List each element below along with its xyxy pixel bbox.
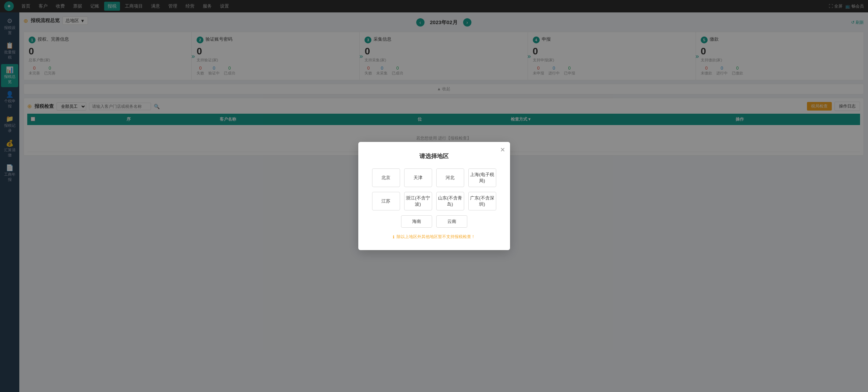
modal-title: 请选择地区 bbox=[372, 152, 496, 160]
region-select-modal: ✕ 请选择地区 北京 天津 河北 上海(电子税局) 江苏 浙江(不含宁波) 山东… bbox=[358, 142, 510, 250]
region-btn-beijing[interactable]: 北京 bbox=[372, 168, 400, 187]
modal-overlay[interactable]: ✕ 请选择地区 北京 天津 河北 上海(电子税局) 江苏 浙江(不含宁波) 山东… bbox=[0, 0, 868, 392]
region-row-1: 北京 天津 河北 上海(电子税局) bbox=[372, 168, 496, 187]
warning-icon: ℹ bbox=[393, 235, 395, 239]
region-btn-zhejiang[interactable]: 浙江(不含宁波) bbox=[404, 192, 432, 210]
region-btn-guangdong[interactable]: 广东(不含深圳) bbox=[468, 192, 496, 210]
region-btn-shandong[interactable]: 山东(不含青岛) bbox=[436, 192, 464, 210]
region-btn-tianjin[interactable]: 天津 bbox=[404, 168, 432, 187]
modal-warning: ℹ 除以上地区外其他地区暂不支持报税检查！ bbox=[372, 234, 496, 240]
region-btn-jiangsu[interactable]: 江苏 bbox=[372, 192, 400, 210]
region-btn-shanghai[interactable]: 上海(电子税局) bbox=[468, 168, 496, 187]
modal-close-btn[interactable]: ✕ bbox=[500, 147, 505, 153]
region-btn-hebei[interactable]: 河北 bbox=[436, 168, 464, 187]
warning-text: 除以上地区外其他地区暂不支持报税检查！ bbox=[397, 234, 475, 240]
region-btn-hainan[interactable]: 海南 bbox=[401, 215, 432, 228]
region-btn-yunnan[interactable]: 云南 bbox=[436, 215, 467, 228]
region-row-2: 江苏 浙江(不含宁波) 山东(不含青岛) 广东(不含深圳) bbox=[372, 192, 496, 210]
region-row-3: 海南 云南 bbox=[372, 215, 496, 228]
